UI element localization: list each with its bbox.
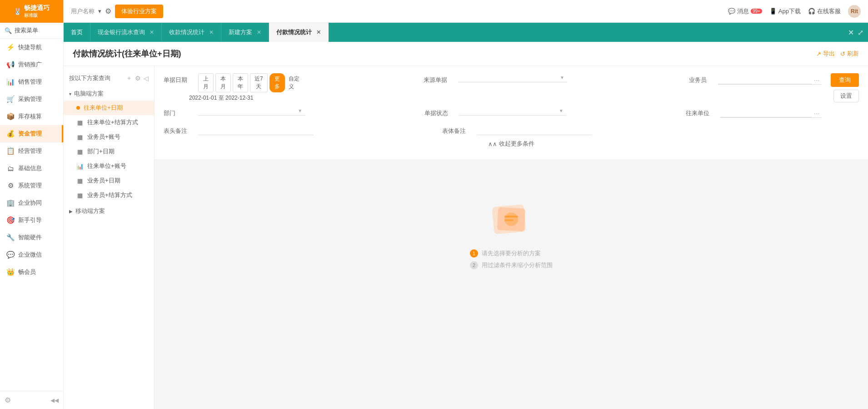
sidebar-footer: ⚙ ◀◀ xyxy=(0,391,63,409)
refresh-btn[interactable]: ↺ 刷新 xyxy=(840,50,859,58)
step1-text: 请先选择要分析的方案 xyxy=(482,249,541,258)
tab-bank-flow[interactable]: 现金银行流水查询 ✕ xyxy=(90,23,162,42)
date-this-year-btn[interactable]: 本年 xyxy=(233,73,248,92)
close-window-icon[interactable]: ✕ xyxy=(848,28,854,37)
scheme-item-unit-date[interactable]: 往来单位+日期 xyxy=(64,101,154,115)
tab-bank-flow-close[interactable]: ✕ xyxy=(150,29,154,35)
sidebar-item-basic[interactable]: 🗂基础信息 xyxy=(0,160,63,177)
sidebar-item-quick-nav[interactable]: ⚡快捷导航 xyxy=(0,39,63,56)
topbar-dropdown-btn[interactable]: ▾ xyxy=(98,8,101,15)
salesperson-input[interactable] xyxy=(718,73,812,84)
source-doc-dropdown-icon: ▼ xyxy=(560,75,564,80)
sidebar-item-hardware[interactable]: 🔧智能硬件 xyxy=(0,229,63,246)
scheme-header-actions: ＋ ⚙ ◁ xyxy=(126,74,149,82)
content-body: 按以下方案查询 ＋ ⚙ ◁ ▾ 电脑端方案 往来单位+日期▦往来单位+结算方式▦… xyxy=(64,66,868,409)
filter-settings-btn[interactable]: 设置 xyxy=(833,90,859,102)
sidebar-item-inventory[interactable]: 📦库存核算 xyxy=(0,108,63,125)
nav-label-guide: 新手引导 xyxy=(18,216,42,224)
tabbar-spacer xyxy=(329,23,843,42)
date-last-month-btn[interactable]: 上月 xyxy=(198,73,214,92)
app-download-btn[interactable]: 📱 App下载 xyxy=(769,7,801,15)
trial-btn[interactable]: 体验行业方案 xyxy=(115,5,163,18)
tab-payment-close[interactable]: ✕ xyxy=(316,29,321,35)
nav-label-purchase: 采购管理 xyxy=(18,95,42,103)
settings-footer-icon[interactable]: ⚙ xyxy=(5,396,11,404)
table-header-note-input[interactable] xyxy=(198,124,314,135)
tab-collection-close[interactable]: ✕ xyxy=(209,29,214,35)
sidebar-item-enterprise[interactable]: 🏢企业协同 xyxy=(0,194,63,212)
scheme-items: 往来单位+日期▦往来单位+结算方式▦业务员+账号▦部门+日期📊往来单位+账号▦业… xyxy=(64,101,154,202)
tab-new-scheme[interactable]: 新建方案 ✕ xyxy=(221,23,269,42)
scheme-panel-header: 按以下方案查询 ＋ ⚙ ◁ xyxy=(64,71,154,87)
search-menu[interactable]: 🔍 搜索菜单 xyxy=(0,23,63,39)
maximize-icon[interactable]: ⤢ xyxy=(858,28,863,37)
nav-label-marketing: 营销推广 xyxy=(18,61,42,69)
collapse-conditions-btn[interactable]: ∧∧ 收起更多条件 xyxy=(488,140,534,148)
mobile-group-title[interactable]: ▶ 移动端方案 xyxy=(64,204,154,218)
scheme-item-staff-settle[interactable]: ▦业务员+结算方式 xyxy=(64,188,154,202)
related-unit-input[interactable] xyxy=(720,106,812,117)
source-doc-select[interactable]: ▼ xyxy=(458,73,567,82)
sidebar-item-marketing[interactable]: 📢营销推广 xyxy=(0,56,63,73)
scheme-icon-staff-date: ▦ xyxy=(76,177,84,184)
refresh-icon: ↺ xyxy=(840,50,845,57)
nav-label-quick-nav: 快捷导航 xyxy=(18,43,42,51)
date-more-btn[interactable]: 更多 xyxy=(269,73,285,92)
export-btn[interactable]: ↗ 导出 xyxy=(816,50,835,58)
scheme-settings-btn[interactable]: ⚙ xyxy=(135,75,141,82)
add-scheme-btn[interactable]: ＋ xyxy=(126,74,132,82)
collapse-sidebar-icon[interactable]: ◀◀ xyxy=(50,397,59,404)
topbar-gear-icon[interactable]: ⚙ xyxy=(105,7,111,15)
sidebar-item-wechat[interactable]: 💬企业微信 xyxy=(0,246,63,263)
tab-new-scheme-close[interactable]: ✕ xyxy=(257,29,261,35)
tab-collection-stats[interactable]: 收款情况统计 ✕ xyxy=(162,23,221,42)
nav-icon-wechat: 💬 xyxy=(6,251,15,259)
sidebar-item-vip[interactable]: 👑畅会员 xyxy=(0,263,63,281)
nav-icon-inventory: 📦 xyxy=(6,112,15,121)
dept-select[interactable]: ▼ xyxy=(198,106,305,116)
nav-label-vip: 畅会员 xyxy=(18,268,36,276)
nav-icon-vip: 👑 xyxy=(6,268,15,276)
scheme-item-unit-account[interactable]: 📊往来单位+账号 xyxy=(64,159,154,173)
nav-icon-quick-nav: ⚡ xyxy=(6,43,15,51)
collapse-panel-btn[interactable]: ◁ xyxy=(144,75,149,82)
date-range-value: 2022-01-01 至 2022-12-31 xyxy=(189,95,253,101)
nav-label-inventory: 库存核算 xyxy=(18,112,42,121)
related-unit-more-btn[interactable]: … xyxy=(812,108,822,116)
scheme-item-staff-date[interactable]: ▦业务员+日期 xyxy=(64,173,154,188)
sidebar-item-purchase[interactable]: 🛒采购管理 xyxy=(0,91,63,108)
sidebar-item-sales[interactable]: 📊销售管理 xyxy=(0,73,63,91)
notifications-btn[interactable]: 💬 消息 99+ xyxy=(728,7,762,15)
tab-payment-stats[interactable]: 付款情况统计 ✕ xyxy=(269,23,329,42)
avatar[interactable]: Rit xyxy=(848,5,861,18)
topbar: 用户名称 ▾ ⚙ 体验行业方案 💬 消息 99+ 📱 App下载 🎧 在线客服 … xyxy=(64,0,868,23)
scheme-icon-dept-date: ▦ xyxy=(76,148,84,155)
empty-text: 1 请先选择要分析的方案 2 用过滤条件来缩小分析范围 xyxy=(470,249,553,269)
doc-status-select[interactable]: ▼ xyxy=(459,106,566,116)
logo-version: 标准版 xyxy=(24,12,50,19)
date-this-month-btn[interactable]: 本月 xyxy=(215,73,231,92)
group-arrow-icon: ▾ xyxy=(69,91,71,96)
desktop-group-title[interactable]: ▾ 电脑端方案 xyxy=(64,87,154,101)
online-service-btn[interactable]: 🎧 在线客服 xyxy=(808,7,841,15)
sidebar-nav: ⚡快捷导航📢营销推广📊销售管理🛒采购管理📦库存核算💰资金管理📋经营管理🗂基础信息… xyxy=(0,39,63,391)
desktop-scheme-group: ▾ 电脑端方案 往来单位+日期▦往来单位+结算方式▦业务员+账号▦部门+日期📊往… xyxy=(64,87,154,202)
salesperson-more-btn[interactable]: … xyxy=(812,75,822,82)
scheme-item-staff-account[interactable]: ▦业务员+账号 xyxy=(64,130,154,144)
doc-status-label: 单据状态 xyxy=(424,106,450,117)
nav-icon-finance: 💰 xyxy=(6,130,15,138)
date-7days-btn[interactable]: 近7天 xyxy=(250,73,267,92)
sidebar-item-operations[interactable]: 📋经营管理 xyxy=(0,142,63,160)
page-header: 付款情况统计(往来单位+日期) ↗ 导出 ↺ 刷新 xyxy=(64,42,868,66)
scheme-panel: 按以下方案查询 ＋ ⚙ ◁ ▾ 电脑端方案 往来单位+日期▦往来单位+结算方式▦… xyxy=(64,66,155,409)
nav-icon-guide: 🎯 xyxy=(6,216,15,224)
tab-home[interactable]: 首页 xyxy=(64,23,90,42)
scheme-label: 往来单位+日期 xyxy=(84,104,123,112)
query-btn[interactable]: 查询 xyxy=(831,73,859,87)
scheme-item-dept-date[interactable]: ▦部门+日期 xyxy=(64,144,154,159)
scheme-item-unit-settle[interactable]: ▦往来单位+结算方式 xyxy=(64,115,154,130)
sidebar-item-system[interactable]: ⚙系统管理 xyxy=(0,177,63,194)
sidebar-item-guide[interactable]: 🎯新手引导 xyxy=(0,212,63,229)
sidebar-item-finance[interactable]: 💰资金管理 xyxy=(0,125,63,142)
table-body-note-input[interactable] xyxy=(477,124,592,135)
